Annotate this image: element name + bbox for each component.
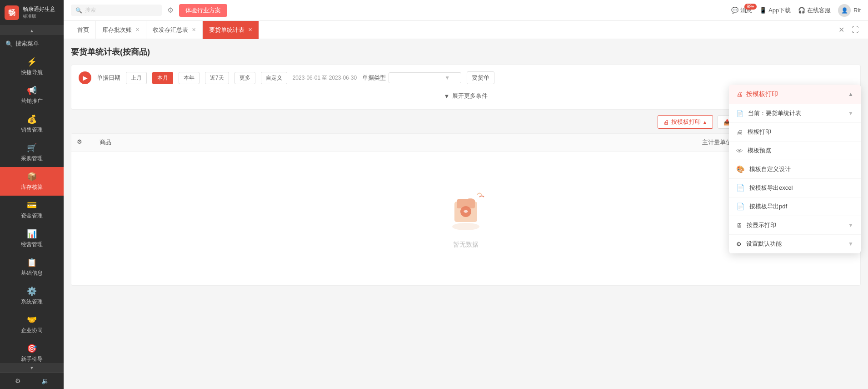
sidebar-item-newbie[interactable]: 🎯 新手引导: [0, 339, 64, 363]
sidebar-item-label: 经营管理: [21, 241, 43, 248]
tab-order-stats-label: 要货单统计表: [209, 26, 244, 34]
sidebar-nav: ⚡ 快捷导航 📢 营销推广 💰 销售管理 🛒 采购管理 📦 库存核算 💳 资金管…: [0, 52, 64, 363]
user-name: Rit: [853, 7, 861, 14]
app-download-label: App下载: [768, 6, 791, 15]
tab-receivable-summary[interactable]: 收发存汇总表 ✕: [146, 21, 203, 39]
dropdown-export-pdf-label: 按模板导出pdf: [749, 202, 787, 211]
sidebar-item-label: 采购管理: [21, 155, 43, 162]
sidebar-item-marketing[interactable]: 📢 营销推广: [0, 81, 64, 110]
newbie-icon: 🎯: [27, 344, 37, 354]
svg-point-4: [467, 198, 474, 205]
sidebar-item-basic[interactable]: 📋 基础信息: [0, 253, 64, 282]
close-window-btn[interactable]: ✕: [837, 24, 846, 36]
sidebar-item-sales[interactable]: 💰 销售管理: [0, 110, 64, 138]
content-area: 要货单统计表(按商品) ▶ 单据日期 上月 本月 本年 近7天 更多 自定义 2…: [64, 39, 868, 389]
enterprise-icon: 🤝: [27, 315, 37, 325]
col-product: 商品: [94, 138, 697, 147]
finance-icon: 💳: [27, 200, 37, 210]
date-btn-this-year[interactable]: 本年: [179, 72, 200, 84]
trial-btn[interactable]: 体验行业方案: [179, 4, 227, 17]
printer-icon: 🖨: [736, 91, 743, 98]
app-download-btn[interactable]: 📱 App下载: [759, 6, 791, 15]
dropdown-menu: 🖨 按模板打印 ▲ 📄 当前：要货单统计表 ▼ 🖨 模板打印 👁 模板预览: [729, 85, 861, 253]
svg-point-0: [452, 223, 479, 230]
order-type-label: 单据类型: [362, 74, 386, 82]
sidebar-item-label: 销售管理: [21, 126, 43, 134]
sidebar-search[interactable]: 🔍 搜索菜单: [0, 35, 64, 52]
date-btn-last-month[interactable]: 上月: [126, 72, 147, 84]
marketing-icon: 📢: [27, 86, 37, 96]
sidebar-item-inventory[interactable]: 📦 库存核算: [0, 167, 64, 196]
filter-expand-label: 展开更多条件: [452, 92, 488, 100]
online-service-btn[interactable]: 🎧 在线客服: [798, 6, 831, 15]
export-pdf-icon: 📄: [736, 202, 745, 211]
filter-expand-icon[interactable]: ▶: [79, 71, 91, 84]
online-service-label: 在线客服: [807, 6, 831, 15]
sidebar-item-label: 系统管理: [21, 298, 43, 306]
user-menu[interactable]: 👤 Rit: [838, 4, 861, 17]
sales-icon: 💰: [27, 114, 37, 124]
sidebar-item-system[interactable]: ⚙️ 系统管理: [0, 282, 64, 310]
sidebar-settings-btn[interactable]: ⚙: [15, 377, 21, 384]
tab-order-stats[interactable]: 要货单统计表 ✕: [203, 21, 259, 39]
dropdown-set-default-label: 设置默认功能: [746, 240, 782, 248]
dropdown-template-print[interactable]: 🖨 模板打印: [729, 123, 861, 141]
date-label: 单据日期: [97, 74, 120, 82]
app-badge: 标准版: [23, 13, 55, 20]
topbar-search-placeholder: 搜索: [85, 6, 96, 14]
dropdown-display-print-left: 🖥 按显示打印: [736, 221, 776, 229]
sidebar-item-label: 企业协同: [21, 327, 43, 334]
logo-icon: 畅: [5, 5, 19, 20]
export-excel-icon: 📄: [736, 184, 745, 192]
sidebar-item-purchase[interactable]: 🛒 采购管理: [0, 138, 64, 167]
dropdown-header: 🖨 按模板打印 ▲: [729, 85, 861, 104]
sidebar-item-operations[interactable]: 📊 经营管理: [0, 224, 64, 253]
order-type-select[interactable]: ▼: [389, 72, 461, 83]
sidebar-item-label: 快捷导航: [21, 69, 43, 76]
sidebar-help-btn[interactable]: 🔉: [41, 377, 49, 384]
maximize-window-btn[interactable]: ⛶: [850, 24, 861, 36]
dropdown-template-design[interactable]: 🎨 模板自定义设计: [729, 160, 861, 179]
template-preview-icon: 👁: [736, 147, 743, 155]
date-btn-this-month[interactable]: 本月: [152, 72, 173, 84]
dropdown-collapse-icon[interactable]: ▲: [848, 91, 853, 97]
sidebar-item-quick-nav[interactable]: ⚡ 快捷导航: [0, 52, 64, 81]
dropdown-export-pdf[interactable]: 📄 按模板导出pdf: [729, 197, 861, 216]
message-icon: 💬: [731, 7, 738, 14]
tab-home[interactable]: 首页: [71, 21, 96, 39]
quick-nav-icon: ⚡: [27, 57, 37, 67]
dropdown-current-item[interactable]: 📄 当前：要货单统计表 ▼: [729, 104, 861, 123]
tab-inventory-batch[interactable]: 库存批次账 ✕: [96, 21, 146, 39]
date-btn-7days[interactable]: 近7天: [205, 72, 229, 84]
print-btn[interactable]: 🖨 按模板打印 ▲: [658, 115, 713, 129]
search-icon: 🔍: [5, 40, 13, 47]
tab-receivable-summary-close[interactable]: ✕: [192, 27, 196, 33]
dropdown-current-expand-icon: ▼: [848, 110, 853, 116]
dropdown-set-default[interactable]: ⚙ 设置默认功能 ▼: [729, 235, 861, 253]
dropdown-display-print[interactable]: 🖥 按显示打印 ▼: [729, 216, 861, 235]
sidebar-item-finance[interactable]: 💳 资金管理: [0, 196, 64, 224]
set-default-icon: ⚙: [736, 241, 742, 248]
dropdown-header-left: 🖨 按模板打印: [736, 90, 778, 98]
topbar-search[interactable]: 🔍 搜索: [71, 5, 162, 16]
topbar-gear-icon[interactable]: ⚙: [167, 6, 174, 15]
tab-inventory-batch-close[interactable]: ✕: [135, 27, 140, 33]
tabs-bar: 首页 库存批次账 ✕ 收发存汇总表 ✕ 要货单统计表 ✕ ✕ ⛶: [64, 21, 868, 39]
topbar: 🔍 搜索 ⚙ 体验行业方案 💬 消息 99+ 📱 App下载 🎧 在线客服 👤 …: [64, 0, 868, 21]
sidebar: 畅 畅康通好生意 标准版 ▲ 🔍 搜索菜单 ⚡ 快捷导航 📢 营销推广 💰 销售…: [0, 0, 64, 389]
tab-order-stats-close[interactable]: ✕: [248, 27, 252, 33]
date-btn-custom[interactable]: 自定义: [261, 72, 287, 84]
tab-receivable-summary-label: 收发存汇总表: [153, 26, 188, 34]
dropdown-template-preview[interactable]: 👁 模板预览: [729, 141, 861, 160]
message-btn[interactable]: 💬 消息 99+: [731, 6, 752, 15]
sidebar-scroll-down[interactable]: ▼: [0, 363, 64, 372]
col-settings[interactable]: ⚙: [71, 138, 94, 147]
sidebar-scroll-up[interactable]: ▲: [0, 26, 64, 35]
dropdown-export-excel[interactable]: 📄 按模板导出excel: [729, 179, 861, 197]
date-btn-more[interactable]: 更多: [234, 72, 255, 84]
dropdown-export-excel-label: 按模板导出excel: [749, 184, 793, 192]
sidebar-item-enterprise[interactable]: 🤝 企业协同: [0, 310, 64, 339]
set-default-expand-icon: ▼: [848, 241, 853, 247]
display-print-expand-icon: ▼: [848, 222, 853, 228]
sidebar-logo: 畅 畅康通好生意 标准版: [0, 0, 64, 26]
